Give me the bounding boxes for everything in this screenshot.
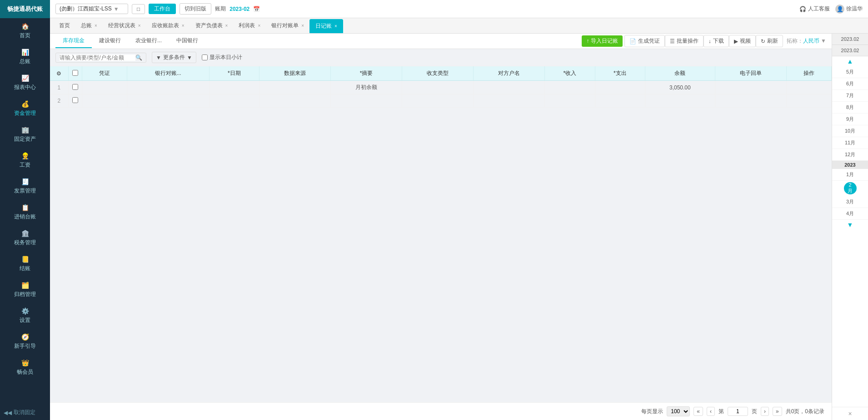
copy-button[interactable]: □ — [132, 4, 145, 14]
date-month-4[interactable]: 4月 — [832, 208, 868, 220]
calendar-icon[interactable]: 📅 — [253, 6, 260, 12]
sidebar-item-reports[interactable]: 📈 报表中心 — [0, 70, 50, 96]
tab-receivables[interactable]: 应收账款表 × — [146, 19, 190, 32]
page-suffix: 页 — [752, 408, 757, 415]
date-month-7[interactable]: 7月 — [832, 90, 868, 102]
tab-profit-close[interactable]: × — [258, 23, 260, 28]
tab-ledger[interactable]: 总账 × — [75, 19, 103, 32]
prev-page-button[interactable]: ‹ — [707, 407, 715, 416]
download-icon: ↓ — [708, 38, 711, 44]
sidebar: 畅捷通易代账 🏠 首页 📊 总账 📈 报表中心 💰 资金管理 🏢 固定资产 👷 … — [0, 0, 50, 420]
select-all-checkbox[interactable] — [72, 70, 78, 76]
import-icon: ↑ — [586, 38, 589, 44]
tab-bank-reconcile-close[interactable]: × — [301, 23, 304, 28]
generate-voucher-button[interactable]: 📄 生成凭证 — [624, 35, 665, 47]
row1-summary: 月初余额 — [331, 81, 402, 94]
date-month-2[interactable]: 2月 — [844, 182, 857, 195]
date-scroll-down[interactable]: ▼ — [832, 220, 868, 230]
date-month-12[interactable]: 12月 — [832, 149, 868, 161]
import-journal-button[interactable]: ↑ 导入日记账 — [582, 35, 622, 47]
sub-tab-boc[interactable]: 中国银行 — [169, 34, 205, 48]
date-month-11[interactable]: 11月 — [832, 137, 868, 149]
search-box[interactable]: 🔍 — [55, 53, 146, 63]
batch-icon: ☰ — [670, 38, 675, 44]
sidebar-item-newbie[interactable]: 🧭 新手引导 — [0, 329, 50, 355]
sub-tab-abc[interactable]: 农业银行... — [128, 34, 169, 48]
tab-receivables-close[interactable]: × — [182, 23, 185, 28]
next-page-button[interactable]: › — [761, 407, 769, 416]
sub-tab-cash[interactable]: 库存现金 — [55, 34, 92, 48]
tab-business-status[interactable]: 经营状况表 × — [103, 19, 146, 32]
date-panel-header1: 2023.02 — [832, 34, 868, 45]
date-month-6[interactable]: 6月 — [832, 78, 868, 90]
tab-journal[interactable]: 日记账 × — [309, 19, 343, 33]
tab-ledger-close[interactable]: × — [95, 23, 97, 28]
tab-balance-sheet[interactable]: 资产负债表 × — [190, 19, 234, 32]
pagination: 每页显示 100 50 200 « ‹ 第 页 › » 共0页，0条记录 — [50, 402, 832, 420]
sub-tab-cash-label: 库存现金 — [63, 37, 85, 44]
sidebar-item-label: 工资 — [20, 161, 30, 169]
tab-journal-close[interactable]: × — [334, 24, 337, 29]
currency-value[interactable]: 人民币 ▼ — [803, 37, 826, 45]
row2-check[interactable] — [68, 94, 82, 108]
row1-action — [786, 81, 831, 94]
sidebar-item-home[interactable]: 🏠 首页 — [0, 18, 50, 44]
show-today-input[interactable] — [202, 54, 208, 60]
first-page-button[interactable]: « — [693, 407, 703, 416]
sidebar-item-sales-ledger[interactable]: 📋 进销台账 — [0, 199, 50, 225]
date-month-8[interactable]: 8月 — [832, 102, 868, 114]
human-service[interactable]: 🎧 人工客服 — [799, 5, 830, 13]
col-settings-header[interactable]: ⚙ — [50, 66, 68, 81]
sub-tab-ccb[interactable]: 建设银行 — [92, 34, 128, 48]
unpin-sidebar[interactable]: ◀◀ 取消固定 — [0, 405, 50, 420]
more-filter-button[interactable]: ▼ 更多条件 ▼ — [152, 52, 196, 63]
chevron-down-icon: ▼ — [114, 6, 119, 12]
search-input[interactable] — [60, 54, 135, 61]
date-month-1[interactable]: 1月 — [832, 169, 868, 181]
sidebar-item-invoice[interactable]: 🧾 发票管理 — [0, 173, 50, 199]
sidebar-item-tax[interactable]: 🏛️ 税务管理 — [0, 225, 50, 251]
sidebar-item-archive[interactable]: 🗂️ 归档管理 — [0, 277, 50, 303]
sidebar-item-finance[interactable]: 💰 资金管理 — [0, 96, 50, 122]
col-check-header[interactable] — [68, 66, 82, 81]
row1-check[interactable] — [68, 81, 82, 94]
sidebar-item-fixed-assets[interactable]: 🏢 固定资产 — [0, 122, 50, 148]
per-page-select[interactable]: 100 50 200 — [667, 406, 690, 416]
sidebar-item-ledger[interactable]: 📊 总账 — [0, 44, 50, 70]
date-month-10[interactable]: 10月 — [832, 125, 868, 137]
tab-home-label: 首页 — [59, 22, 70, 30]
batch-operation-button[interactable]: ☰ 批量操作 — [665, 35, 703, 47]
page-number-input[interactable] — [728, 407, 748, 416]
sidebar-item-close-period[interactable]: 📒 结账 — [0, 251, 50, 277]
date-panel-close-button[interactable]: × — [832, 407, 868, 420]
row1-voucher — [82, 81, 127, 94]
company-selector[interactable]: (勿删）江西姐宝-LSS ▼ — [55, 4, 128, 14]
row2-income-type — [402, 94, 474, 108]
tab-home[interactable]: 首页 — [54, 19, 75, 32]
video-button[interactable]: ▶ 视频 — [729, 35, 756, 47]
workbench-button[interactable]: 工作台 — [149, 4, 176, 14]
date-month-3[interactable]: 3月 — [832, 196, 868, 208]
col-expense-header: *支出 — [595, 66, 645, 81]
sidebar-item-settings[interactable]: ⚙️ 设置 — [0, 303, 50, 329]
tab-profit[interactable]: 利润表 × — [233, 19, 266, 32]
user-profile[interactable]: 👤 徐温华 — [835, 5, 863, 14]
switch-version-button[interactable]: 切到旧版 — [180, 3, 211, 15]
row2-num: 2 — [50, 94, 68, 108]
sidebar-item-payroll[interactable]: 👷 工资 — [0, 148, 50, 173]
col-source-header: 数据来源 — [259, 66, 331, 81]
sidebar-item-label: 畅会员 — [17, 368, 33, 376]
refresh-button[interactable]: ↻ 刷新 — [756, 35, 783, 47]
tab-balance-sheet-close[interactable]: × — [225, 23, 228, 28]
date-scroll-up[interactable]: ▲ — [832, 56, 868, 66]
date-month-5[interactable]: 5月 — [832, 66, 868, 78]
last-page-button[interactable]: » — [773, 407, 782, 416]
tab-business-status-close[interactable]: × — [138, 23, 141, 28]
show-today-checkbox[interactable]: 显示本日小计 — [202, 54, 242, 61]
tab-balance-sheet-label: 资产负债表 — [195, 22, 223, 30]
download-button[interactable]: ↓ 下载 — [703, 35, 729, 47]
company-name: (勿删）江西姐宝-LSS — [60, 5, 112, 13]
date-month-9[interactable]: 9月 — [832, 114, 868, 125]
tab-bank-reconcile[interactable]: 银行对账单 × — [266, 19, 309, 32]
sidebar-item-vip[interactable]: 👑 畅会员 — [0, 355, 50, 380]
